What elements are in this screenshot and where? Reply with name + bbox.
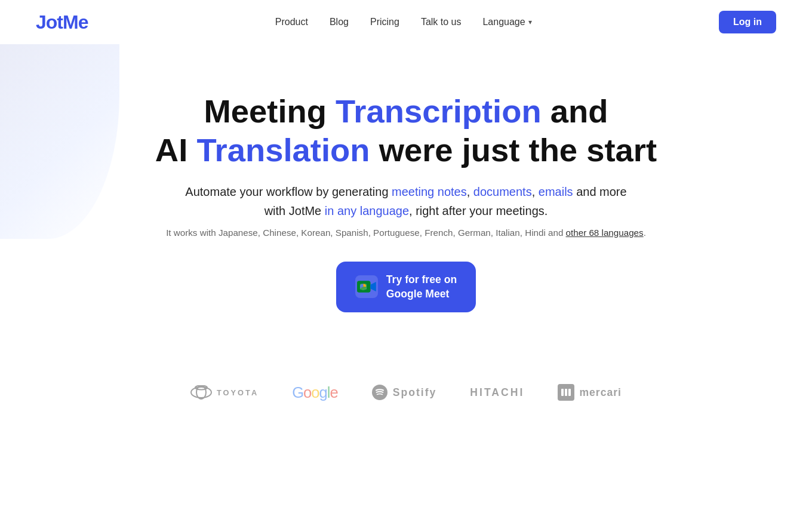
- logo-hitachi: HITACHI: [470, 386, 524, 399]
- navbar: JotMe Product Blog Pricing Talk to us La…: [0, 0, 812, 44]
- spotify-icon: [371, 384, 388, 401]
- cta-button[interactable]: Try for free on Google Meet: [336, 262, 476, 312]
- cta-line2: Google Meet: [386, 288, 450, 300]
- language-dropdown[interactable]: Language ▾: [482, 17, 531, 27]
- headline-part2: and: [542, 93, 608, 130]
- nav-link-blog[interactable]: Blog: [330, 17, 349, 27]
- link-other-languages[interactable]: other 68 languages: [566, 228, 644, 238]
- subtext-line2-prefix: with JotMe: [264, 204, 325, 217]
- svg-point-5: [191, 387, 211, 398]
- link-emails[interactable]: emails: [539, 185, 573, 198]
- headline-line2-prefix: AI: [155, 132, 197, 168]
- hero-subtext: Automate your workflow by generating mee…: [12, 182, 800, 220]
- svg-point-6: [196, 386, 206, 399]
- site-logo[interactable]: JotMe: [36, 11, 88, 33]
- google-meet-icon: [355, 275, 378, 298]
- nav-link-talk[interactable]: Talk to us: [421, 17, 462, 27]
- headline-transcription: Transcription: [336, 93, 542, 130]
- spotify-text: Spotify: [393, 386, 437, 399]
- logo-google: Google: [292, 384, 338, 401]
- hero-languages: It works with Japanese, Chinese, Korean,…: [12, 228, 800, 238]
- link-any-language[interactable]: in any language: [325, 204, 409, 217]
- logo-spotify: Spotify: [371, 384, 437, 401]
- mercari-text: mercari: [579, 386, 622, 399]
- toyota-icon: [190, 385, 212, 400]
- headline-translation: Translation: [196, 132, 370, 168]
- logo-toyota: TOYOTA: [190, 385, 259, 400]
- svg-rect-11: [568, 389, 571, 396]
- cta-button-text: Try for free on Google Meet: [386, 272, 457, 302]
- nav-link-pricing[interactable]: Pricing: [370, 17, 399, 27]
- link-documents[interactable]: documents: [473, 185, 532, 198]
- svg-rect-10: [565, 389, 567, 396]
- langs-suffix: .: [644, 228, 646, 238]
- subtext-suffix: and more: [573, 185, 627, 198]
- logo-mercari: mercari: [558, 384, 622, 401]
- headline-line2-suffix: were just the start: [370, 132, 657, 168]
- cta-line1: Try for free on: [386, 274, 457, 285]
- subtext-comma1: ,: [467, 185, 473, 198]
- langs-text: It works with Japanese, Chinese, Korean,…: [166, 228, 565, 238]
- company-logos: TOYOTA Google Spotify HITACHI mercari: [0, 348, 812, 425]
- nav-links: Product Blog Pricing Talk to us Language…: [275, 17, 532, 27]
- hitachi-text: HITACHI: [470, 386, 524, 399]
- nav-link-product[interactable]: Product: [275, 17, 308, 27]
- chevron-down-icon: ▾: [528, 18, 532, 26]
- headline-part1: Meeting: [204, 93, 336, 130]
- mercari-icon: [558, 384, 574, 401]
- link-meeting-notes[interactable]: meeting notes: [392, 185, 467, 198]
- login-button[interactable]: Log in: [719, 11, 776, 33]
- hero-headline: Meeting Transcription and AI Translation…: [12, 92, 800, 170]
- language-label: Language: [482, 17, 525, 27]
- subtext-line2-suffix: , right after your meetings.: [409, 204, 548, 217]
- svg-rect-9: [561, 389, 564, 396]
- hero-section: Meeting Transcription and AI Translation…: [0, 44, 812, 348]
- svg-point-8: [372, 385, 387, 400]
- toyota-text: TOYOTA: [217, 388, 259, 397]
- google-text: Google: [292, 384, 338, 401]
- subtext-prefix: Automate your workflow by generating: [185, 185, 392, 198]
- subtext-comma2: ,: [532, 185, 539, 198]
